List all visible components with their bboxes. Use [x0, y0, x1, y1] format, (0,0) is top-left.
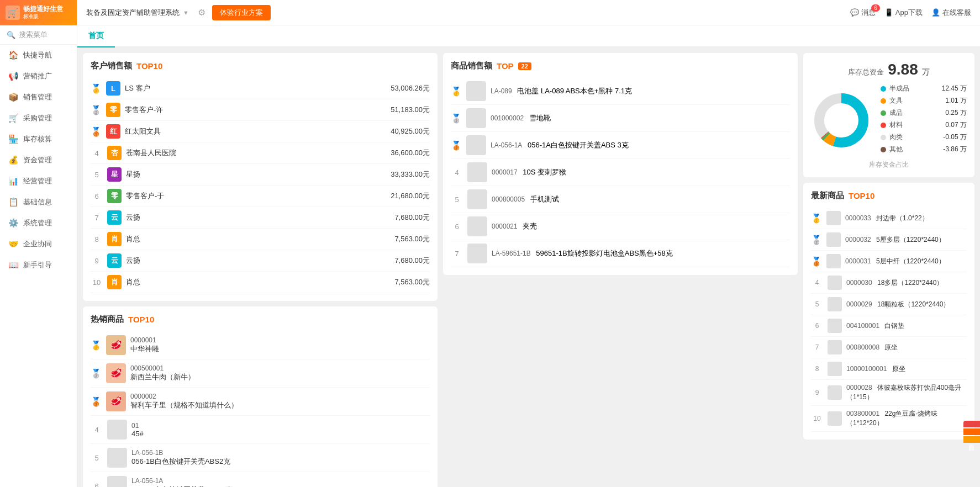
mid-item-3: 🥉 LA-056-1A 056-1A白色按键开关盖ABS 3克: [451, 132, 790, 159]
new-thumb-2: [826, 232, 841, 247]
legend-value-semifinished: 12.45 万: [942, 84, 967, 93]
mid-code-4: 0000017: [492, 168, 518, 176]
rank-value-4: 36,600.00元: [391, 148, 430, 158]
legend-stationery: 文具 1.01 万: [881, 96, 967, 105]
sidebar-item-finance[interactable]: 💰 资金管理: [0, 150, 77, 171]
new-code-2: 0000032: [845, 236, 871, 244]
mid-info-5: 000800005 手机测试: [492, 194, 790, 204]
mid-info-6: 0000021 夹壳: [492, 221, 790, 231]
inventory-unit: 万: [922, 67, 930, 76]
rank-item-3: 🥉 红 红太阳文具 40,925.00元: [91, 121, 430, 142]
rank-value-1: 53,006.26元: [391, 83, 430, 93]
message-item[interactable]: 💬 消息 6: [850, 8, 876, 18]
sidebar-item-marketing[interactable]: 📢 营销推广: [0, 66, 77, 87]
new-code-5: 0000029: [846, 300, 872, 308]
sales-rank-title-text: 客户销售额: [91, 61, 132, 71]
sidebar-item-basic-info[interactable]: 📋 基础信息: [0, 192, 77, 213]
inventory-legend: 半成品 12.45 万 文具 1.01 万: [881, 84, 967, 157]
content: 首页 客户销售额 TOP10 🥇 L LS 客户 53,006.26元: [77, 25, 980, 487]
new-rank-9: 9: [811, 389, 823, 396]
sidebar-item-purchase[interactable]: 🛒 采购管理: [0, 108, 77, 129]
sidebar-item-coop[interactable]: 🤝 企业协同: [0, 234, 77, 255]
new-title-text: 最新商品: [811, 190, 844, 201]
mid-item-1: 🥇 LA-089 电池盖 LA-089 ABS本色+黑种 7.1克: [451, 78, 790, 105]
service-hotline-btn[interactable]: 客服热线: [963, 421, 980, 427]
new-product-5: 5 0000029 18颗粒板（1220*2440）: [811, 294, 967, 315]
mid-item-5: 5 000800005 手机测试: [451, 186, 790, 213]
trial-button[interactable]: 体验行业方案: [212, 5, 271, 20]
legend-label-semifinished: 半成品: [889, 84, 909, 93]
new-code-6: 004100001: [846, 322, 879, 330]
medal-2: 🥈: [91, 105, 102, 115]
online-service-item[interactable]: 👤 在线客服: [931, 8, 971, 18]
sidebar-item-quick-nav[interactable]: 🏠 快捷导航: [0, 45, 77, 66]
service-community-btn[interactable]: 服务社区: [963, 428, 980, 435]
new-product-10: 10 003800001 22g鱼豆腐·烧烤味（1*12*20）: [811, 406, 967, 432]
hot-rank-4: 4: [91, 426, 103, 434]
dropdown-arrow-icon[interactable]: ▼: [183, 9, 189, 16]
search-icon: 🔍: [7, 31, 15, 39]
rank-value-6: 21,680.00元: [391, 191, 430, 201]
new-rank-5: 5: [811, 300, 823, 308]
new-thumb-4: [828, 276, 842, 290]
legend-value-other: -3.86 万: [943, 145, 967, 154]
new-info-9: 0000028 体彼嘉枚味苏打饮品400毫升（1*15）: [846, 383, 967, 402]
service-direct-btn[interactable]: 直面: [963, 436, 980, 443]
rank-value-7: 7,680.00元: [394, 213, 430, 223]
app-download-item[interactable]: 📱 App下载: [884, 8, 923, 18]
mid-name-7: 59651-1B旋转投影灯电池盒ABS黑色+58克: [536, 249, 672, 257]
tab-home[interactable]: 首页: [77, 25, 115, 47]
inventory-label: 库存总资金: [848, 68, 884, 76]
mid-subtitle: TOP: [497, 61, 514, 71]
new-info-6: 004100001 白钢垫: [846, 321, 967, 331]
mid-name-1: 电池盖 LA-089 ABS本色+黑种 7.1克: [517, 87, 632, 95]
medal-1: 🥇: [91, 83, 102, 94]
hot-products-card: 热销商品 TOP10 🥇 🥩 0000001 中华神雕 🥈 🥩: [83, 306, 438, 487]
new-rank-4: 4: [811, 279, 823, 287]
main-area: 装备及固定资产辅助管理系统 ▼ ⚙ 体验行业方案 💬 消息 6 📱 App下载 …: [77, 0, 980, 487]
nav-label-inventory: 库存核算: [23, 134, 52, 144]
mid-thumb-7: [467, 244, 487, 263]
rank-name-5: 星扬: [126, 170, 386, 179]
tab-bar: 首页: [77, 25, 980, 47]
sidebar-item-management[interactable]: 📊 经营管理: [0, 171, 77, 192]
hot-thumb-4: [107, 420, 127, 440]
logo-badge: 标准版: [23, 13, 63, 20]
new-info-2: 0000032 5厘多层（1220*2440）: [845, 235, 967, 245]
hot-thumb-3: 🥩: [106, 391, 126, 411]
badge-6: 零: [107, 189, 122, 203]
new-medal-3: 🥉: [811, 256, 822, 267]
legend-value-stationery: 1.01 万: [945, 96, 967, 105]
donut-chart-container: 半成品 12.45 万 文具 1.01 万: [811, 84, 967, 157]
inventory-value: 9.88: [888, 61, 918, 78]
settings-icon[interactable]: ⚙: [198, 7, 206, 18]
rank-name-4: 苍南县人民医院: [126, 148, 386, 158]
mid-item-6: 6 0000021 夹壳: [451, 213, 790, 240]
search-menu[interactable]: 🔍 搜索菜单: [0, 25, 77, 45]
nav-label-purchase: 采购管理: [23, 113, 52, 123]
sidebar: 🛒 畅捷通好生意 标准版 🔍 搜索菜单 🏠 快捷导航 📢 营销推广 📦 销售管理…: [0, 0, 77, 487]
hot-code-1: 0000001: [130, 336, 430, 344]
new-medal-1: 🥇: [811, 213, 822, 224]
home-icon: 🏠: [8, 50, 19, 60]
finance-icon: 💰: [8, 155, 19, 165]
sidebar-item-guide[interactable]: 📖 新手引导: [0, 255, 77, 276]
mid-item-2: 🥈 001000002 雪地靴: [451, 105, 790, 132]
mid-name-5: 手机测试: [530, 195, 559, 203]
new-name-4: 18多层（1220*2440）: [877, 279, 943, 287]
logo-title: 畅捷通好生意: [23, 5, 63, 14]
new-info-8: 10000100001 原坐: [846, 364, 967, 374]
mid-info-4: 0000017 10S 变刺罗猴: [492, 167, 790, 177]
sidebar-item-system[interactable]: ⚙️ 系统管理: [0, 213, 77, 234]
new-name-5: 18颗粒板（1220*2440）: [877, 300, 950, 308]
legend-value-finished: 0.25 万: [945, 108, 967, 118]
sidebar-item-inventory[interactable]: 🏪 库存核算: [0, 129, 77, 150]
mid-medal-2: 🥈: [451, 113, 462, 124]
mid-medal-1: 🥇: [451, 86, 462, 97]
sales-rank-card: 客户销售额 TOP10 🥇 L LS 客户 53,006.26元 🥈 零 零售客…: [83, 53, 438, 301]
new-name-3: 5层中纤（1220*2440）: [876, 257, 945, 265]
app-icon: 📱: [884, 8, 893, 17]
mid-title-text: 商品销售额: [451, 61, 492, 71]
hot-code-3: 0000002: [130, 393, 430, 400]
sidebar-item-sales[interactable]: 📦 销售管理: [0, 87, 77, 108]
